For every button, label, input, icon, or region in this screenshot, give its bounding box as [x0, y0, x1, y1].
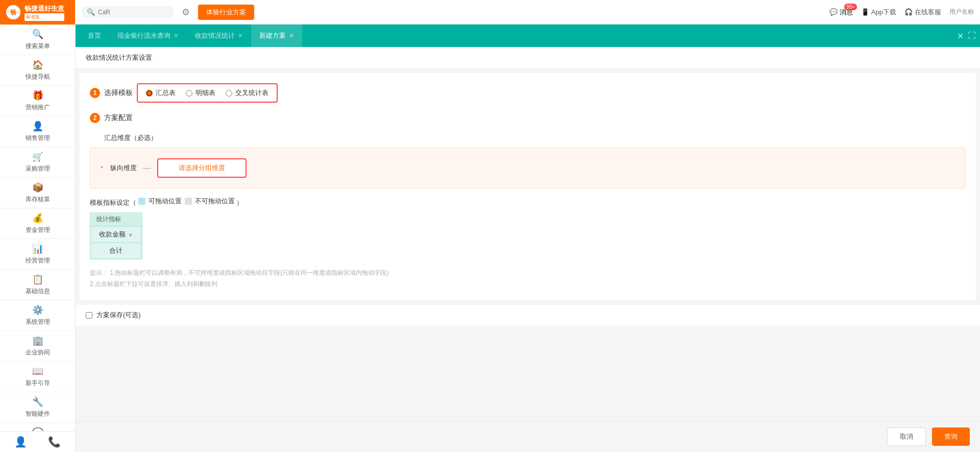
sidebar-item-system[interactable]: ⚙️ 系统管理: [0, 300, 75, 331]
sidebar-item-hardware[interactable]: 🔧 智能硬件: [0, 392, 75, 423]
sidebar-item-label: 新手引导: [26, 379, 50, 388]
nodrag-legend-label: 不可拖动位置: [195, 197, 235, 206]
metrics-col-header: 统计指标: [90, 213, 142, 226]
template-selection-box: 汇总表 明细表 交叉统计表: [137, 83, 278, 103]
radio-cross[interactable]: 交叉统计表: [226, 88, 268, 98]
tab-bank-flow[interactable]: 现金银行流水查询 ✕: [109, 25, 187, 47]
step1-num: 1: [90, 88, 100, 98]
dim-placeholder-text: 请选择分组维度: [179, 164, 225, 172]
topbar-right: 💬 消息 99+ 📱 App下载 🎧 在线客服 用户名称: [829, 8, 974, 17]
sidebar-item-purchase[interactable]: 🛒 采购管理: [0, 147, 75, 178]
fullscreen-icon[interactable]: ⛶: [968, 31, 976, 41]
tip-2: 2.点击标题栏下拉可设置排序、插入列和删除列: [90, 279, 966, 290]
chat-icon: 💬: [32, 427, 43, 431]
save-label: 方案保存(可选): [96, 311, 141, 320]
radio-summary[interactable]: 汇总表: [146, 88, 176, 98]
sidebar-item-search-menu[interactable]: 🔍 搜索菜单: [0, 25, 75, 55]
radio-detail-label[interactable]: 明细表: [195, 88, 215, 98]
page-title: 收款情况统计方案设置: [86, 54, 152, 61]
app-download-button[interactable]: 📱 App下载: [861, 8, 896, 17]
metrics-table: 统计指标 收款金额 ∨ 合计: [90, 212, 966, 259]
col-amount[interactable]: 收款金额 ∨: [90, 226, 141, 243]
sidebar-item-label: 搜索菜单: [26, 42, 50, 51]
tips-area: 提示： 1.拖动标题栏可以调整布局，不可跨维度或指标区域拖动目字段(只能在同一维…: [90, 268, 966, 290]
row-total-label: 合计: [109, 247, 122, 254]
message-button[interactable]: 💬 消息 99+: [829, 8, 853, 17]
sidebar-item-operation[interactable]: 📊 经营管理: [0, 239, 75, 270]
sidebar-nav: 🔍 搜索菜单 🏠 快捷导航 🎁 营销推广 👤 销售管理 🛒 采购管理 📦 库存核…: [0, 25, 75, 431]
service-icon: 🎧: [904, 8, 913, 16]
sidebar-item-sales[interactable]: 👤 销售管理: [0, 116, 75, 147]
sidebar-item-marketing[interactable]: 🎁 营销推广: [0, 86, 75, 116]
tab-receipt-stats[interactable]: 收款情况统计 ✕: [187, 25, 251, 47]
topbar-search-box[interactable]: 🔍: [82, 6, 174, 18]
main-content: 🔍 ⚙ 体验行业方案 💬 消息 99+ 📱 App下载 🎧 在线客服 用户名称 …: [76, 0, 980, 452]
tab-bank-flow-label: 现金银行流水查询: [117, 31, 170, 40]
trial-button[interactable]: 体验行业方案: [198, 5, 254, 20]
radio-detail[interactable]: 明细表: [186, 88, 215, 98]
query-button[interactable]: 查询: [932, 427, 970, 446]
message-icon: 💬: [829, 8, 838, 16]
sidebar-item-label: 库存核算: [26, 195, 50, 204]
message-badge: 99+: [844, 4, 857, 10]
bottom-action-bar: 取消 查询: [76, 421, 980, 452]
building-icon: 🏢: [32, 335, 43, 346]
cancel-button[interactable]: 取消: [887, 427, 926, 446]
sidebar-item-guide[interactable]: 📖 新手引导: [0, 362, 75, 392]
search-menu-icon: 🔍: [32, 29, 43, 40]
username-label: 用户名称: [949, 8, 974, 16]
dim-placeholder-button[interactable]: 请选择分组维度: [157, 158, 247, 178]
sidebar-item-enterprise[interactable]: 🏢 企业协同: [0, 331, 75, 362]
sidebar-item-finance[interactable]: 💰 资金管理: [0, 208, 75, 239]
sidebar-bottom: 👤 📞: [0, 431, 75, 452]
vertical-dim-row: * 纵向维度 — 请选择分组维度: [101, 158, 955, 178]
step2-label: 方案配置: [104, 113, 133, 123]
online-service-label: 在线客服: [915, 8, 941, 17]
app-download-label: App下载: [871, 8, 896, 17]
close-window-icon[interactable]: ✕: [957, 31, 964, 41]
sidebar-item-label: 快捷导航: [26, 73, 50, 81]
tabbar: 首页 现金银行流水查询 ✕ 收款情况统计 ✕ 新建方案 ✕ ✕ ⛶: [76, 25, 980, 47]
download-icon: 📱: [861, 8, 869, 16]
logo-icon: 畅: [6, 5, 20, 19]
step2-num: 2: [90, 113, 100, 123]
tab-receipt-stats-close[interactable]: ✕: [238, 32, 243, 39]
save-checkbox[interactable]: [86, 312, 92, 319]
step2-row: 2 方案配置: [90, 113, 966, 123]
tip-1: 提示： 1.拖动标题栏可以调整布局，不可跨维度或指标区域拖动目字段(只能在同一维…: [90, 268, 966, 279]
tab-new-plan-close[interactable]: ✕: [289, 32, 294, 39]
radio-cross-input[interactable]: [226, 90, 232, 97]
settings-icon[interactable]: ⚙: [182, 7, 190, 18]
search-input[interactable]: [98, 9, 159, 16]
sidebar-item-wechat[interactable]: 💬 企业微信: [0, 423, 75, 431]
tab-home[interactable]: 首页: [80, 25, 109, 47]
chevron-down-icon: ∨: [129, 232, 132, 237]
dimension-area: * 纵向维度 — 请选择分组维度: [90, 148, 966, 188]
user-icon: 👤: [32, 121, 43, 132]
sidebar-item-label: 营销推广: [26, 103, 50, 112]
tab-bank-flow-close[interactable]: ✕: [174, 32, 179, 39]
radio-detail-input[interactable]: [186, 90, 192, 97]
radio-cross-label[interactable]: 交叉统计表: [235, 88, 268, 98]
chart-icon: 📊: [32, 243, 43, 254]
sidebar-item-label: 采购管理: [26, 164, 50, 173]
tab-new-plan[interactable]: 新建方案 ✕: [251, 25, 302, 47]
sidebar-item-basic-info[interactable]: 📋 基础信息: [0, 270, 75, 300]
tabbar-actions: ✕ ⛶: [957, 31, 976, 41]
form-section: 1 选择模板 汇总表 明细表 交叉统计表: [80, 73, 976, 300]
row-total: 合计: [90, 243, 141, 259]
radio-summary-input[interactable]: [146, 90, 153, 97]
book-icon: 📖: [32, 366, 43, 377]
step2-section: 2 方案配置 汇总维度（必选） * 纵向维度 — 请选择分组维度: [90, 113, 966, 290]
sidebar-bottom-left[interactable]: 👤: [14, 436, 27, 448]
gear-icon: ⚙️: [32, 304, 43, 316]
radio-summary-label[interactable]: 汇总表: [156, 88, 176, 98]
online-service-button[interactable]: 🎧 在线客服: [904, 8, 941, 17]
sidebar-bottom-right[interactable]: 📞: [48, 436, 61, 448]
sidebar-item-quick-nav[interactable]: 🏠 快捷导航: [0, 55, 75, 86]
clipboard-icon: 📋: [32, 274, 43, 285]
home-icon: 🏠: [32, 59, 43, 70]
sidebar-item-inventory[interactable]: 📦 库存核算: [0, 178, 75, 208]
drag-legend-label: 可拖动位置: [149, 197, 182, 206]
step1-label: 选择模板: [104, 88, 133, 98]
